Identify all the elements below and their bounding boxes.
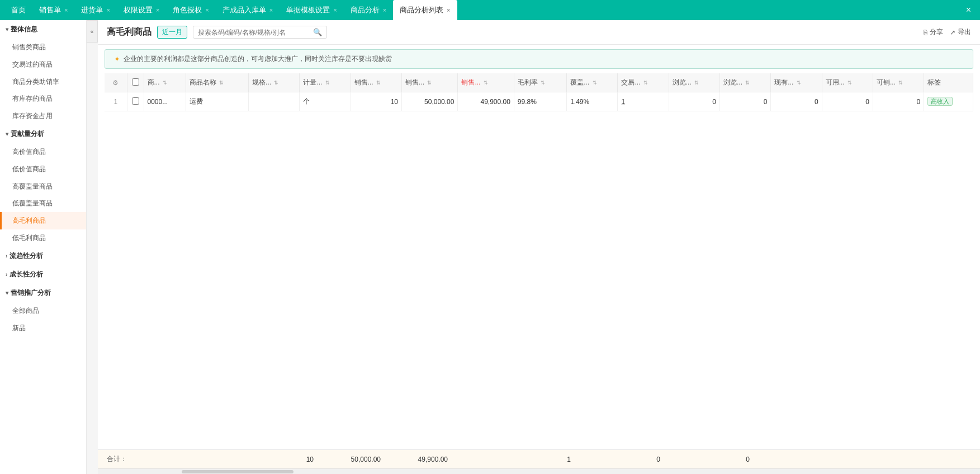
scrollbar-track[interactable] (182, 470, 293, 473)
sidebar-item-high-coverage[interactable]: 高覆盖量商品 (0, 178, 86, 195)
select-all-checkbox[interactable] (132, 78, 139, 86)
close-sales-order[interactable]: × (64, 7, 68, 13)
nav-template-settings[interactable]: 单据模板设置 × (280, 0, 343, 20)
sort-trade-count-icon: ⇅ (643, 80, 648, 86)
col-header-trade-count[interactable]: 交易... ⇅ (618, 73, 669, 92)
nav-role-auth[interactable]: 角色授权 × (166, 0, 215, 20)
share-button[interactable]: ⎘ 分享 (924, 27, 943, 37)
cell-index: 1 (105, 92, 127, 111)
col-header-sku[interactable]: 商... ⇅ (144, 73, 186, 92)
trade-count-link[interactable]: 1 (621, 98, 625, 106)
notice-icon: ✦ (114, 55, 120, 63)
search-icon[interactable]: 🔍 (313, 28, 322, 36)
arrow-overall: ▾ (6, 26, 8, 32)
sidebar: ▾ 整体信息 销售类商品 交易过的商品 商品分类助销率 有库存的商品 库存资金占… (0, 20, 87, 474)
col-header-coverage[interactable]: 覆盖... ⇅ (567, 73, 618, 92)
nav-permission-settings[interactable]: 权限设置 × (117, 0, 166, 20)
col-header-stock-available[interactable]: 可用... ⇅ (822, 73, 873, 92)
page-title: 高毛利商品 (107, 26, 152, 38)
sidebar-group-marketing[interactable]: ▾ 营销推广分析 (0, 284, 86, 302)
close-product-inbound[interactable]: × (269, 7, 273, 13)
arrow-marketing: ▾ (6, 290, 8, 296)
col-header-view1[interactable]: 浏览... ⇅ (669, 73, 719, 92)
sidebar-group-overall[interactable]: ▾ 整体信息 (0, 20, 86, 39)
sort-name-icon: ⇅ (219, 80, 224, 86)
export-icon: ↗ (950, 29, 955, 36)
col-header-spec[interactable]: 规格... ⇅ (249, 73, 300, 92)
sort-sales-profit-icon: ⇅ (484, 80, 488, 86)
sort-stock-current-icon: ⇅ (797, 80, 801, 86)
sidebar-item-sales-goods[interactable]: 销售类商品 (0, 39, 86, 56)
col-header-name[interactable]: 商品名称 ⇅ (186, 73, 248, 92)
sort-stock-available-icon: ⇅ (848, 80, 852, 86)
col-header-unit[interactable]: 计量... ⇅ (300, 73, 351, 92)
col-header-sales-profit[interactable]: 销售... ⇅ (458, 73, 514, 92)
sort-spec-icon: ⇅ (274, 80, 278, 86)
tag-badge: 高收入 (927, 97, 953, 106)
sidebar-item-traded-goods[interactable]: 交易过的商品 (0, 56, 86, 73)
sidebar-item-category-rate[interactable]: 商品分类助销率 (0, 73, 86, 91)
close-product-analysis-list[interactable]: × (447, 7, 450, 13)
sidebar-group-trend[interactable]: › 流趋性分析 (0, 247, 86, 265)
search-input[interactable] (198, 29, 313, 36)
cell-check[interactable] (127, 92, 144, 111)
close-product-analysis[interactable]: × (383, 7, 386, 13)
horizontal-scrollbar[interactable] (98, 468, 980, 474)
col-header-sales-qty[interactable]: 销售... ⇅ (351, 73, 401, 92)
sidebar-group-contribution[interactable]: ▾ 贡献量分析 (0, 125, 86, 143)
col-header-check[interactable] (127, 73, 144, 92)
nav-product-inbound[interactable]: 产成品入库单 × (216, 0, 280, 20)
sidebar-group-growth[interactable]: › 成长性分析 (0, 265, 86, 284)
sidebar-item-low-value[interactable]: 低价值商品 (0, 161, 86, 178)
close-all-tabs[interactable]: × (966, 5, 976, 15)
sort-view1-icon: ⇅ (694, 80, 699, 86)
data-table: ⚙ 商... ⇅ 商品名称 ⇅ 规格... (105, 73, 973, 111)
time-filter-button[interactable]: 近一月 (157, 26, 187, 39)
col-header-sales-amount[interactable]: 销售... ⇅ (402, 73, 458, 92)
close-template-settings[interactable]: × (333, 7, 337, 13)
cell-stock-available: 0 (822, 92, 873, 111)
col-header-stock-saleable[interactable]: 可销... ⇅ (873, 73, 924, 92)
sidebar-item-low-coverage[interactable]: 低覆盖量商品 (0, 195, 86, 212)
footer-stock-saleable: 0 (705, 456, 750, 463)
footer-totals: 合计： 10 50,000.00 49,900.00 1 0 0 (98, 449, 980, 468)
sidebar-item-stock-capital[interactable]: 库存资金占用 (0, 107, 86, 125)
header-actions: ⎘ 分享 ↗ 导出 (924, 27, 971, 37)
sidebar-collapse-button[interactable]: « (87, 20, 98, 43)
sidebar-item-all-goods[interactable]: 全部商品 (0, 302, 86, 320)
sort-sku-icon: ⇅ (163, 80, 167, 86)
sidebar-item-new-goods[interactable]: 新品 (0, 320, 86, 337)
close-permission-settings[interactable]: × (156, 7, 159, 13)
close-role-auth[interactable]: × (205, 7, 209, 13)
sidebar-item-high-margin[interactable]: 高毛利商品 (0, 212, 86, 229)
sidebar-item-low-margin[interactable]: 低毛利商品 (0, 229, 86, 247)
cell-sku: 0000... (144, 92, 186, 111)
col-header-view2[interactable]: 浏览... ⇅ (720, 73, 771, 92)
nav-home[interactable]: 首页 (4, 0, 32, 20)
notice-bar: ✦ 企业的主要的利润都是这部分商品创造的，可考虑加大推广，同时关注库存是不要出现… (105, 49, 973, 69)
arrow-growth: › (6, 271, 7, 278)
sidebar-item-high-value[interactable]: 高价值商品 (0, 143, 86, 161)
export-button[interactable]: ↗ 导出 (950, 27, 971, 37)
nav-sales-order[interactable]: 销售单 × (32, 0, 74, 20)
sort-sales-qty-icon: ⇅ (376, 80, 381, 86)
cell-sales-profit: 49,900.00 (458, 92, 514, 111)
col-header-gross-rate[interactable]: 毛利率 ⇅ (514, 73, 566, 92)
nav-purchase-order[interactable]: 进货单 × (74, 0, 116, 20)
cell-sales-amount: 50,000.00 (402, 92, 458, 111)
nav-product-analysis[interactable]: 商品分析 × (344, 0, 393, 20)
footer-stock-current: 0 (616, 456, 660, 463)
row-checkbox[interactable] (132, 97, 139, 105)
close-purchase-order[interactable]: × (106, 7, 110, 13)
share-icon: ⎘ (924, 29, 927, 36)
cell-spec (249, 92, 300, 111)
sidebar-item-stocked-goods[interactable]: 有库存的商品 (0, 90, 86, 107)
cell-tag: 高收入 (924, 92, 973, 111)
content-header: 高毛利商品 近一月 🔍 ⎘ 分享 ↗ 导出 (98, 20, 980, 45)
footer-sales-amount: 50,000.00 (325, 456, 381, 463)
nav-product-analysis-list[interactable]: 商品分析列表 × (393, 0, 457, 20)
footer-sales-qty: 10 (269, 456, 314, 463)
table-container: ⚙ 商... ⇅ 商品名称 ⇅ 规格... (98, 73, 980, 261)
col-header-settings[interactable]: ⚙ (105, 73, 127, 92)
col-header-stock-current[interactable]: 现有... ⇅ (771, 73, 822, 92)
